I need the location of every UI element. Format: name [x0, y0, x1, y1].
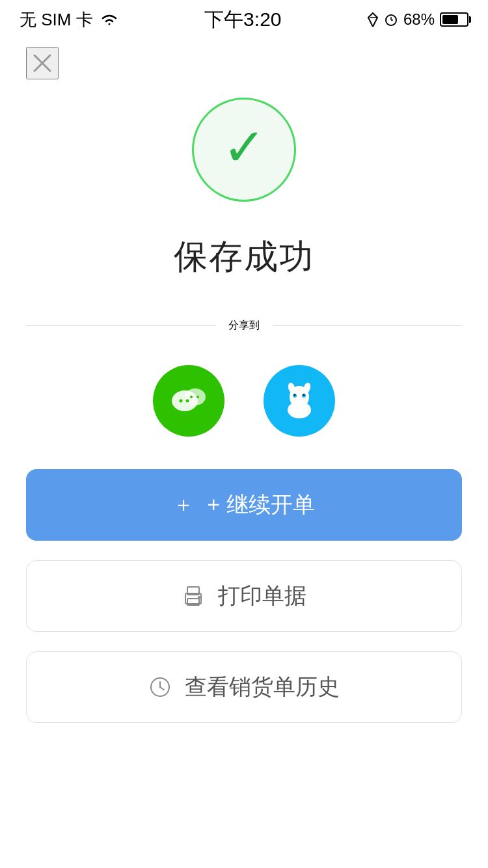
- share-section: 分享到: [0, 319, 488, 437]
- svg-point-8: [185, 399, 189, 402]
- plus-icon: ＋: [173, 491, 194, 519]
- continue-button[interactable]: ＋ + 继续开单: [26, 469, 462, 541]
- status-right: 68%: [367, 10, 468, 29]
- wifi-icon: [100, 12, 119, 27]
- continue-label: + 继续开单: [207, 490, 314, 520]
- qq-share-button[interactable]: [264, 365, 335, 437]
- clock-icon: [148, 675, 172, 699]
- close-icon: [31, 51, 54, 75]
- print-label: 打印单据: [218, 581, 306, 611]
- svg-point-12: [288, 401, 311, 418]
- main-content: ✓ 保存成功 分享到: [0, 39, 488, 723]
- checkmark-icon: ✓: [223, 122, 266, 174]
- qq-icon: [278, 380, 321, 422]
- status-left: 无 SIM 卡: [20, 8, 119, 31]
- status-time: 下午3:20: [204, 7, 281, 33]
- history-button[interactable]: 查看销货单历史: [26, 651, 462, 723]
- svg-point-9: [190, 396, 193, 398]
- battery-icon: [440, 12, 468, 27]
- share-divider: 分享到: [26, 319, 462, 332]
- svg-point-6: [185, 388, 206, 405]
- wechat-icon: [168, 380, 210, 422]
- print-button[interactable]: 打印单据: [26, 560, 462, 632]
- svg-point-17: [293, 394, 295, 396]
- action-buttons: ＋ + 继续开单 打印单据 查看销货单历史: [0, 469, 488, 723]
- location-icon: [367, 12, 379, 27]
- share-icons: [26, 365, 462, 437]
- history-label: 查看销货单历史: [185, 672, 340, 702]
- success-title: 保存成功: [174, 234, 314, 280]
- carrier-text: 无 SIM 卡: [20, 8, 93, 31]
- success-icon-circle: ✓: [192, 98, 296, 202]
- wechat-share-button[interactable]: [153, 365, 224, 437]
- svg-point-10: [197, 396, 199, 398]
- share-label: 分享到: [228, 319, 260, 332]
- status-bar: 无 SIM 卡 下午3:20 68%: [0, 0, 488, 39]
- svg-point-7: [179, 399, 182, 402]
- svg-point-22: [198, 596, 200, 599]
- svg-line-25: [160, 687, 164, 690]
- svg-point-18: [303, 394, 305, 396]
- printer-icon: [182, 584, 205, 608]
- alarm-icon: [384, 12, 398, 27]
- close-button[interactable]: [26, 47, 59, 79]
- battery-percent: 68%: [403, 10, 435, 29]
